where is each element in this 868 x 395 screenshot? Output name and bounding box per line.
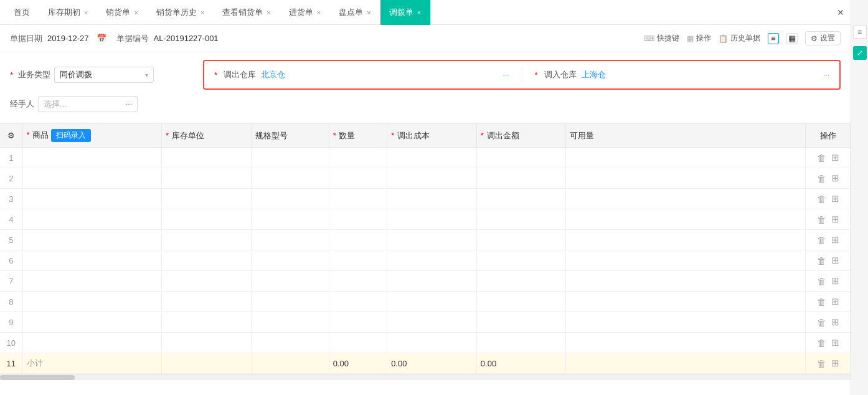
product-cell[interactable] [22,271,162,292]
product-cell[interactable] [22,230,162,250]
grid-view-button[interactable]: ▦ [786,33,798,44]
amount-cell[interactable] [476,292,566,312]
qty-cell[interactable] [329,209,387,230]
spec-cell[interactable] [251,312,329,333]
qty-cell[interactable] [329,333,387,353]
amount-cell[interactable] [476,189,566,209]
tab-view-sales[interactable]: 查看销货单 × [214,0,280,25]
sidebar-external-btn[interactable]: ⤢ [853,46,867,60]
tab-sales-order-close[interactable]: × [134,9,138,16]
tab-view-sales-close[interactable]: × [267,9,270,16]
warehouse-out-more[interactable]: ··· [502,70,509,79]
business-type-arrow[interactable]: ▾ [145,72,148,79]
unit-cell[interactable] [162,271,252,292]
product-cell[interactable] [22,168,162,189]
cost-cell[interactable] [387,312,477,333]
qty-cell[interactable] [329,271,387,292]
cost-cell[interactable] [387,250,477,271]
unit-cell[interactable] [162,292,252,312]
delete-icon[interactable]: 🗑 [817,297,826,307]
amount-cell[interactable] [476,333,566,353]
handler-more[interactable]: ··· [126,100,132,108]
history-action[interactable]: 📋 历史单据 [719,33,760,44]
unit-cell[interactable] [162,250,252,271]
product-cell[interactable] [22,189,162,209]
delete-icon[interactable]: 🗑 [817,338,826,348]
copy-icon[interactable]: ⊞ [831,173,839,184]
copy-icon[interactable]: ⊞ [831,275,839,287]
tab-inventory-close[interactable]: × [367,9,370,16]
spec-cell[interactable] [251,148,329,168]
spec-cell[interactable] [251,271,329,292]
delete-icon[interactable]: 🗑 [817,214,826,225]
unit-cell[interactable] [162,168,252,189]
amount-cell[interactable] [476,312,566,333]
cost-cell[interactable] [387,209,477,230]
amount-cell[interactable] [476,271,566,292]
qty-cell[interactable] [329,312,387,333]
cost-cell[interactable] [387,148,477,168]
qty-cell[interactable] [329,292,387,312]
spec-cell[interactable] [251,250,329,271]
tab-sales-history[interactable]: 销货单历史 × [148,0,214,25]
tab-inventory-init-close[interactable]: × [84,9,88,16]
unit-cell[interactable] [162,189,252,209]
copy-icon[interactable]: ⊞ [831,255,839,266]
window-close-button[interactable]: ✕ [831,0,851,25]
qty-cell[interactable] [329,168,387,189]
amount-cell[interactable] [476,250,566,271]
delete-icon[interactable]: 🗑 [817,276,826,287]
unit-cell[interactable] [162,209,252,230]
calendar-icon[interactable]: 📅 [97,34,106,43]
copy-icon[interactable]: ⊞ [831,234,839,245]
shortcut-action[interactable]: ⌨ 快捷键 [644,33,679,44]
cost-cell[interactable] [387,189,477,209]
tab-home[interactable]: 首页 [5,0,39,25]
th-gear[interactable]: ⚙ [0,124,22,148]
business-type-input[interactable]: 同价调拨 ▾ [54,67,154,83]
cost-cell[interactable] [387,230,477,250]
delete-icon[interactable]: 🗑 [817,358,826,369]
copy-icon[interactable]: ⊞ [831,358,839,369]
amount-cell[interactable] [476,168,566,189]
product-cell[interactable] [22,292,162,312]
tab-purchase-close[interactable]: × [317,9,321,16]
sidebar-list-btn[interactable]: ≡ [853,25,867,39]
list-view-button[interactable]: ≡ [768,33,779,44]
tab-inventory[interactable]: 盘点单 × [330,0,380,25]
amount-cell[interactable] [476,230,566,250]
tab-inventory-init[interactable]: 库存期初 × [39,0,97,25]
delete-icon[interactable]: 🗑 [817,173,826,184]
spec-cell[interactable] [251,168,329,189]
delete-icon[interactable]: 🗑 [817,317,826,328]
copy-icon[interactable]: ⊞ [831,152,839,163]
operation-action[interactable]: ▦ 操作 [687,33,711,44]
qty-cell[interactable] [329,250,387,271]
qty-cell[interactable] [329,230,387,250]
copy-icon[interactable]: ⊞ [831,193,839,204]
product-cell[interactable] [22,209,162,230]
spec-cell[interactable] [251,209,329,230]
delete-icon[interactable]: 🗑 [817,153,826,163]
copy-icon[interactable]: ⊞ [831,214,839,225]
product-cell[interactable] [22,250,162,271]
scan-button[interactable]: 扫码录入 [51,129,91,142]
tab-sales-history-close[interactable]: × [200,9,204,16]
delete-icon[interactable]: 🗑 [817,235,826,245]
cost-cell[interactable] [387,292,477,312]
qty-cell[interactable] [329,148,387,168]
tab-transfer[interactable]: 调拨单 × [380,0,430,25]
scrollbar-thumb[interactable] [0,375,75,380]
spec-cell[interactable] [251,230,329,250]
spec-cell[interactable] [251,189,329,209]
copy-icon[interactable]: ⊞ [831,296,839,307]
qty-cell[interactable] [329,189,387,209]
copy-icon[interactable]: ⊞ [831,316,839,328]
delete-icon[interactable]: 🗑 [817,255,826,266]
cost-cell[interactable] [387,168,477,189]
product-cell[interactable] [22,312,162,333]
warehouse-in-more[interactable]: ··· [823,70,829,79]
amount-cell[interactable] [476,148,566,168]
cost-cell[interactable] [387,271,477,292]
tab-sales-order[interactable]: 销货单 × [97,0,147,25]
